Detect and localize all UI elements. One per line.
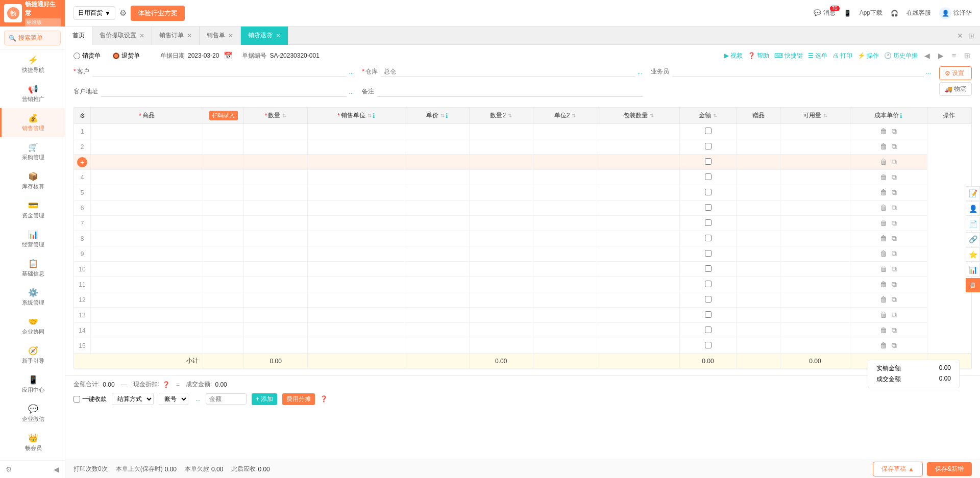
delete-row-button[interactable]: 🗑 [878, 172, 889, 182]
cost-price-cell[interactable] [780, 124, 850, 139]
qty2-cell[interactable] [405, 277, 469, 292]
unit2-cell[interactable] [469, 200, 533, 216]
copy-row-button[interactable]: ⧉ [890, 310, 898, 320]
gift-cell[interactable] [679, 277, 736, 292]
qty2-cell[interactable] [405, 231, 469, 246]
qty-cell[interactable] [203, 323, 244, 338]
unit2-cell[interactable] [469, 262, 533, 277]
available-cell[interactable] [737, 323, 780, 338]
cost-price-cell[interactable] [780, 292, 850, 308]
qty-cell[interactable] [203, 277, 244, 292]
cost-price-cell[interactable] [780, 216, 850, 231]
goods-cell[interactable] [91, 124, 203, 139]
gift-checkbox[interactable] [705, 281, 712, 287]
qty2-sort-icon[interactable]: ⇅ [508, 113, 512, 118]
qty-cell[interactable] [203, 185, 244, 200]
gift-checkbox[interactable] [705, 204, 712, 211]
goods-cell[interactable] [91, 216, 203, 231]
gift-cell[interactable] [679, 308, 736, 323]
toolbar-select[interactable]: ☰ 选单 [808, 52, 827, 60]
gift-cell[interactable] [679, 170, 736, 185]
toolbar-help[interactable]: ❓ 帮助 [748, 52, 769, 60]
copy-row-button[interactable]: ⧉ [890, 325, 898, 335]
available-cell[interactable] [737, 231, 780, 246]
cost-price-cell[interactable] [780, 262, 850, 277]
amount-cell[interactable] [597, 338, 680, 354]
cost-price-cell[interactable] [780, 246, 850, 262]
view-grid-button[interactable]: ⊞ [963, 51, 972, 60]
delete-row-button[interactable]: 🗑 [878, 142, 889, 151]
delete-row-button[interactable]: 🗑 [878, 218, 889, 228]
gift-checkbox[interactable] [705, 219, 712, 226]
calc-method-select[interactable]: 结算方式 [112, 393, 154, 405]
app-download-area[interactable]: 📱 App下载 [844, 9, 883, 17]
pack-sort-icon[interactable]: ⇅ [650, 113, 654, 118]
tab-maximize-button[interactable]: ⊞ [967, 31, 976, 40]
gift-cell[interactable] [679, 139, 736, 155]
qty-cell[interactable] [203, 155, 244, 170]
amount-cell[interactable] [597, 277, 680, 292]
amount-cell[interactable] [597, 200, 680, 216]
tab-close-icon[interactable]: ✕ [276, 32, 281, 39]
save-draft-button[interactable]: 保存草稿 ▲ [873, 462, 923, 476]
tab-price-extract[interactable]: 售价提取设置 ✕ [92, 27, 152, 45]
qty-cell[interactable] [203, 200, 244, 216]
gift-cell[interactable] [679, 292, 736, 308]
copy-row-button[interactable]: ⧉ [890, 280, 898, 289]
available-cell[interactable] [737, 155, 780, 170]
amount-cell[interactable] [597, 139, 680, 155]
unit2-cell[interactable] [469, 124, 533, 139]
float-item-2[interactable]: 👤 [966, 202, 980, 216]
goods-cell[interactable] [91, 323, 203, 338]
trial-button[interactable]: 体验行业方案 [131, 6, 185, 21]
qty2-cell[interactable] [405, 292, 469, 308]
delete-row-button[interactable]: 🗑 [878, 203, 889, 212]
industry-select[interactable]: 日用百货 ▼ [74, 6, 115, 20]
unit2-cell[interactable] [469, 277, 533, 292]
date-picker-button[interactable]: 📅 [222, 51, 234, 60]
cost-price-cell[interactable] [780, 170, 850, 185]
copy-row-button[interactable]: ⧉ [890, 218, 898, 228]
unit-cell[interactable] [244, 216, 308, 231]
customer-addr-input[interactable] [101, 86, 347, 97]
qty-cell[interactable] [203, 308, 244, 323]
pack-qty-cell[interactable] [533, 155, 597, 170]
qty-cell[interactable] [203, 231, 244, 246]
sidebar-item-inventory[interactable]: 📦 库存核算 [0, 166, 65, 195]
unit-cell[interactable] [244, 262, 308, 277]
available-cell[interactable] [737, 124, 780, 139]
customer-addr-select-button[interactable]: ... [349, 88, 354, 95]
copy-row-button[interactable]: ⧉ [890, 188, 898, 197]
price-cell[interactable] [308, 185, 405, 200]
add-row-button[interactable]: + [77, 157, 87, 167]
sidebar-item-sales[interactable]: 💰 销售管理 [0, 108, 65, 137]
salesperson-select-button[interactable]: ... [926, 68, 931, 76]
next-doc-button[interactable]: ▶ [937, 51, 945, 60]
qty2-cell[interactable] [405, 185, 469, 200]
unit-cell[interactable] [244, 323, 308, 338]
warehouse-input[interactable] [381, 66, 635, 77]
qty-cell[interactable] [203, 124, 244, 139]
copy-row-button[interactable]: ⧉ [890, 203, 898, 213]
header-gear-icon[interactable]: ⚙ [119, 8, 127, 18]
pack-qty-cell[interactable] [533, 170, 597, 185]
pack-qty-cell[interactable] [533, 277, 597, 292]
delete-row-button[interactable]: 🗑 [878, 249, 889, 258]
tab-close-icon[interactable]: ✕ [228, 32, 233, 39]
gift-cell[interactable] [679, 338, 736, 354]
available-cell[interactable] [737, 185, 780, 200]
unit-cell[interactable] [244, 155, 308, 170]
return-radio-input[interactable] [113, 53, 119, 59]
cost-price-cell[interactable] [780, 231, 850, 246]
pack-qty-cell[interactable] [533, 200, 597, 216]
delete-row-button[interactable]: 🗑 [878, 264, 889, 273]
settings-button[interactable]: ⚙ 设置 [939, 66, 972, 80]
tab-close-icon[interactable]: ✕ [187, 32, 192, 39]
amount-cell[interactable] [597, 216, 680, 231]
qty2-cell[interactable] [405, 308, 469, 323]
copy-row-button[interactable]: ⧉ [890, 142, 898, 152]
prev-doc-button[interactable]: ◀ [923, 51, 932, 60]
amount-cell[interactable] [597, 262, 680, 277]
copy-row-button[interactable]: ⧉ [890, 234, 898, 243]
available-cell[interactable] [737, 292, 780, 308]
